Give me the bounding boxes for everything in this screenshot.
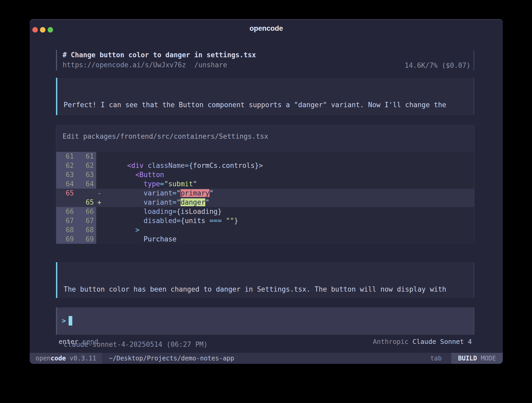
assistant-message: Perfect! I can see that the Button compo… (56, 78, 474, 115)
mode-toggle-chip[interactable]: BUILD MODE (451, 353, 503, 364)
code-token: " (164, 180, 168, 188)
code-token: variant (144, 189, 172, 197)
prompt-symbol: > (62, 317, 66, 325)
code-token: Purchase (111, 235, 176, 243)
code-token: > (111, 226, 140, 234)
code-token: = (185, 162, 189, 169)
diff-marker (96, 216, 104, 225)
tab-key-hint: tab (430, 353, 442, 364)
gutter-old-line-number: 67 (56, 216, 76, 225)
diff-row: 6969 Purchase (56, 235, 474, 244)
code-line: <Button (104, 170, 474, 179)
diff-view: 61616262 <div className={formCs.controls… (56, 152, 474, 244)
diff-marker: + (96, 198, 104, 207)
diff-row: 6767 disabled={units === ""} (56, 216, 474, 225)
code-token: " (205, 198, 209, 206)
edit-tool-card: Edit packages/frontend/src/containers/Se… (56, 125, 474, 244)
code-token: {units (181, 217, 209, 225)
diff-marker (96, 170, 104, 179)
code-token: <Button (111, 171, 164, 179)
code-token: = (172, 189, 177, 197)
code-token: {formCs.controls}> (189, 162, 263, 169)
gutter-old-line-number: 62 (56, 161, 76, 170)
context-stats: 14.6K/7% ($0.07) (405, 60, 470, 70)
diff-marker: - (96, 189, 104, 198)
code-token (111, 217, 144, 225)
provider-name: Anthropic (373, 338, 413, 345)
opencode-window: opencode # Change button color to danger… (30, 19, 503, 364)
text-cursor (69, 316, 72, 326)
diff-marker (96, 152, 104, 161)
prompt-input[interactable]: > (56, 307, 474, 335)
code-line: disabled={units === ""} (104, 216, 474, 225)
diff-marker (96, 225, 104, 235)
code-line: variant="primary" (104, 189, 474, 198)
diff-row: 6464 type="submit" (56, 179, 474, 189)
diff-row: 6666 loading={isLoading} (56, 207, 474, 216)
gutter-old-line-number: 69 (56, 235, 76, 244)
code-token: primary (181, 189, 209, 197)
working-directory: ~/Desktop/Projects/demo-notes-app (109, 353, 234, 364)
code-token: " (209, 189, 214, 197)
message-line: The button color has been changed to dan… (64, 285, 473, 294)
diff-row: 65+ variant="danger" (56, 198, 474, 207)
code-token: = (172, 208, 177, 215)
diff-marker (96, 161, 104, 170)
code-line: > (104, 225, 474, 235)
gutter-new-line-number: 62 (76, 161, 96, 170)
session-header: # Change button color to danger in setti… (56, 50, 474, 70)
code-line: <div className={formCs.controls}> (104, 161, 474, 170)
gutter-old-line-number (56, 198, 76, 207)
gutter-old-line-number: 61 (56, 152, 76, 161)
gutter-new-line-number: 66 (76, 207, 96, 216)
unshare-command[interactable]: /unshare (194, 61, 227, 69)
gutter-old-line-number: 66 (56, 207, 76, 216)
message-line: Perfect! I can see that the Button compo… (64, 100, 473, 110)
gutter-old-line-number: 63 (56, 170, 76, 179)
gutter-new-line-number: 68 (76, 225, 96, 235)
hints-row: enter send Anthropic Claude Sonnet 4 (56, 337, 474, 346)
code-line: loading={isLoading} (104, 207, 474, 216)
diff-marker (96, 235, 104, 244)
code-token: {isLoading} (176, 208, 222, 215)
diff-row: 6868 > (56, 225, 474, 235)
diff-marker (96, 207, 104, 216)
code-token: danger (181, 198, 205, 206)
titlebar: opencode (30, 19, 503, 35)
diff-row: 6161 (56, 152, 474, 161)
gutter-new-line-number: 69 (76, 235, 96, 244)
code-token: " (176, 198, 181, 206)
diff-row: 6262 <div className={formCs.controls}> (56, 161, 474, 170)
gutter-new-line-number: 63 (76, 170, 96, 179)
diff-row: 6363 <Button (56, 170, 474, 179)
code-token: type (144, 180, 160, 188)
code-token: " (193, 180, 197, 188)
code-token: = (176, 217, 181, 225)
code-token: } (234, 217, 238, 225)
code-line: variant="danger" (104, 198, 474, 207)
status-bar: opencode v0.3.11 ~/Desktop/Projects/demo… (30, 353, 503, 364)
code-token: = (160, 180, 164, 188)
code-token: className (148, 162, 185, 169)
model-name: Claude Sonnet 4 (412, 338, 472, 345)
code-token (144, 162, 148, 169)
code-token: = (172, 198, 177, 206)
model-info: Anthropic Claude Sonnet 4 (373, 337, 472, 346)
gutter-new-line-number (76, 189, 96, 198)
code-line: Purchase (104, 235, 474, 244)
gutter-old-line-number: 68 (56, 225, 76, 235)
gutter-old-line-number: 65 (56, 189, 76, 198)
gutter-new-line-number: 67 (76, 216, 96, 225)
gutter-new-line-number: 65 (76, 198, 96, 207)
app-version-chip: opencode v0.3.11 (30, 353, 102, 364)
code-token: variant (144, 198, 172, 206)
share-url[interactable]: https://opencode.ai/s/UwJxv76z (63, 61, 186, 69)
gutter-new-line-number: 61 (76, 152, 96, 161)
diff-row: 65- variant="primary" (56, 189, 474, 198)
code-token (111, 180, 144, 188)
code-line: type="submit" (104, 179, 474, 189)
code-token: submit (168, 180, 193, 188)
code-token: disabled (144, 217, 176, 225)
code-token: "" (226, 217, 234, 225)
assistant-message: The button color has been changed to dan… (56, 262, 474, 298)
